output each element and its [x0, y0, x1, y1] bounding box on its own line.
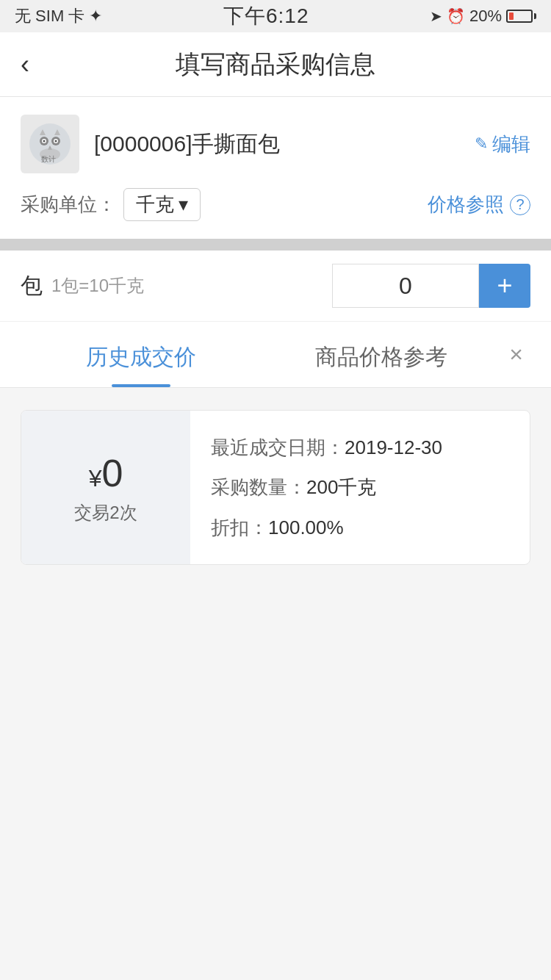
- alarm-icon: ⏰: [447, 7, 465, 25]
- battery-percent: 20%: [469, 7, 502, 26]
- tab-price-reference[interactable]: 商品价格参考: [262, 322, 503, 387]
- battery-icon: [506, 10, 536, 23]
- quantity-left: 包 1包=10千克: [21, 271, 144, 301]
- status-left: 无 SIM 卡 ✦: [15, 5, 102, 27]
- transaction-price: ¥0: [89, 451, 123, 495]
- svg-point-5: [43, 140, 46, 143]
- card-price-section: ¥0 交易2次: [21, 411, 190, 564]
- tab-close-button[interactable]: ×: [502, 326, 530, 383]
- purchase-qty-label: 采购数量：: [211, 476, 306, 498]
- tab-history-label: 历史成交价: [86, 345, 196, 369]
- product-unit-row: 采购单位： 千克 ▾ 价格参照 ?: [21, 188, 530, 221]
- status-right: ➤ ⏰ 20%: [430, 7, 536, 26]
- quantity-input[interactable]: [332, 264, 479, 308]
- product-logo-icon: 数计: [28, 122, 72, 166]
- recent-date-row: 最近成交日期：2019-12-30: [211, 434, 509, 461]
- unit-value: 千克: [136, 192, 174, 217]
- status-bar: 无 SIM 卡 ✦ 下午6:12 ➤ ⏰ 20%: [0, 0, 551, 32]
- sim-wifi-label: 无 SIM 卡 ✦: [15, 5, 102, 27]
- tab-price-ref-label: 商品价格参考: [315, 345, 447, 369]
- transaction-count: 交易2次: [74, 501, 137, 525]
- transaction-card: ¥0 交易2次 最近成交日期：2019-12-30 采购数量：200千克 折扣：…: [21, 410, 530, 565]
- price-reference-button[interactable]: 价格参照 ?: [428, 192, 530, 217]
- product-header: 数计 [0000006]手撕面包 ✎ 编辑: [21, 115, 530, 173]
- discount-row: 折扣：100.00%: [211, 514, 509, 541]
- product-left: 数计 [0000006]手撕面包: [21, 115, 280, 173]
- plus-icon: +: [497, 270, 512, 301]
- unit-select-dropdown[interactable]: 千克 ▾: [123, 188, 201, 221]
- recent-date-label: 最近成交日期：: [211, 436, 345, 458]
- page-title: 填写商品采购信息: [176, 48, 375, 82]
- edit-icon: ✎: [475, 134, 488, 154]
- quantity-section: 包 1包=10千克 +: [0, 251, 551, 322]
- tabs-header: 历史成交价 商品价格参考 ×: [0, 322, 551, 387]
- discount-value: 100.00%: [268, 516, 344, 538]
- nav-bar: ‹ 填写商品采购信息: [0, 32, 551, 97]
- unit-label: 采购单位： 千克 ▾: [21, 188, 201, 221]
- back-button[interactable]: ‹: [21, 49, 29, 80]
- product-thumbnail: 数计: [21, 115, 79, 173]
- tabs-section: 历史成交价 商品价格参考 ×: [0, 322, 551, 388]
- bag-label: 包: [21, 271, 43, 301]
- purchase-quantity-row: 采购数量：200千克: [211, 474, 509, 500]
- location-icon: ➤: [430, 7, 442, 25]
- recent-date-value: 2019-12-30: [345, 436, 442, 458]
- discount-label: 折扣：: [211, 516, 268, 538]
- price-value: 0: [101, 452, 123, 494]
- yen-symbol: ¥: [89, 465, 102, 491]
- product-section: 数计 [0000006]手撕面包 ✎ 编辑 采购单位： 千克 ▾ 价格参照 ?: [0, 97, 551, 239]
- help-icon: ?: [510, 195, 530, 215]
- quantity-right: +: [332, 264, 530, 308]
- tab-history-price[interactable]: 历史成交价: [21, 322, 262, 387]
- card-detail-section: 最近成交日期：2019-12-30 采购数量：200千克 折扣：100.00%: [190, 411, 530, 564]
- price-ref-label: 价格参照: [428, 192, 504, 217]
- purchase-qty-value: 200千克: [306, 476, 376, 498]
- quantity-plus-button[interactable]: +: [479, 264, 530, 308]
- tab-active-indicator: [112, 384, 170, 387]
- bag-conversion: 1包=10千克: [51, 274, 144, 298]
- edit-button[interactable]: ✎ 编辑: [475, 131, 530, 157]
- svg-text:数计: 数计: [41, 155, 56, 163]
- content-area: ¥0 交易2次 最近成交日期：2019-12-30 采购数量：200千克 折扣：…: [0, 388, 551, 902]
- product-name: [0000006]手撕面包: [94, 129, 280, 159]
- dropdown-arrow-icon: ▾: [179, 193, 188, 216]
- close-icon: ×: [509, 341, 523, 367]
- svg-point-6: [55, 140, 57, 143]
- status-time: 下午6:12: [223, 2, 309, 30]
- section-divider: [0, 239, 551, 251]
- edit-label: 编辑: [492, 131, 530, 157]
